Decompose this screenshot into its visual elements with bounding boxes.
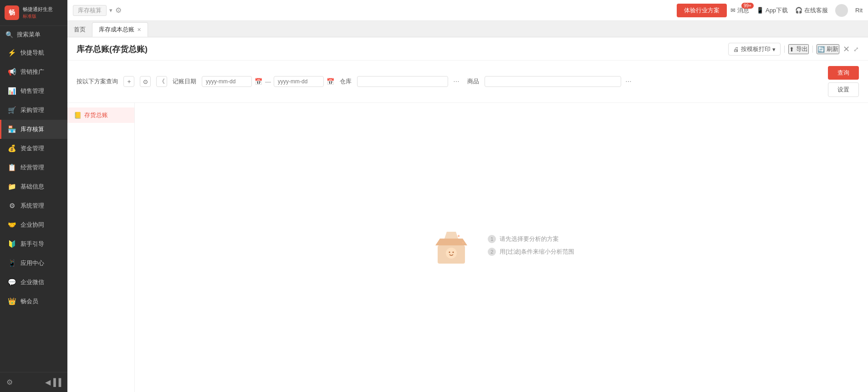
- breadcrumb-dropdown-icon[interactable]: ▾: [109, 7, 112, 14]
- sidebar-item-capital[interactable]: 💰 资金管理: [0, 139, 67, 158]
- query-btn[interactable]: 查询: [828, 66, 859, 80]
- app-logo-icon: 畅: [5, 5, 19, 20]
- tip-text-2: 用[过滤]条件来缩小分析范围: [500, 248, 574, 256]
- page-title: 库存总账(存货总账): [77, 44, 148, 55]
- warehouse-input[interactable]: [357, 76, 448, 87]
- online-service-btn[interactable]: 🎧 在线客服: [795, 6, 828, 15]
- member-icon: 👑: [8, 297, 16, 305]
- sidebar-item-basic-info[interactable]: 📁 基础信息: [0, 177, 67, 196]
- filter-label: 按以下方案查询: [77, 77, 118, 86]
- sidebar-item-label: 快捷导航: [20, 49, 44, 57]
- tab-home[interactable]: 首页: [67, 22, 92, 37]
- warehouse-group: ···: [357, 76, 462, 87]
- sidebar-item-enterprise[interactable]: 🤝 企业协同: [0, 215, 67, 234]
- refresh-label: 刷新: [827, 45, 838, 53]
- sidebar-item-member[interactable]: 👑 畅会员: [0, 292, 67, 311]
- message-icon: ✉: [730, 7, 735, 14]
- panel-close-icon[interactable]: ✕: [843, 44, 850, 54]
- filter-settings-btn[interactable]: ⊙: [140, 76, 151, 87]
- refresh-btn[interactable]: 🔄 刷新: [817, 44, 839, 54]
- tab-inventory-ledger[interactable]: 库存成本总账 ✕: [92, 22, 148, 37]
- scheme-sidebar: 📒 存货总账: [67, 103, 135, 392]
- commodity-more-icon[interactable]: ···: [623, 76, 634, 87]
- tab-close-icon[interactable]: ✕: [137, 27, 141, 33]
- sidebar-item-label: 基础信息: [20, 183, 44, 191]
- sales-icon: 📊: [8, 87, 16, 95]
- settings-btn[interactable]: 设置: [828, 82, 859, 97]
- sidebar-item-sales[interactable]: 📊 销售管理: [0, 81, 67, 101]
- tip-num-1: 1: [488, 235, 496, 243]
- date-end-input[interactable]: [274, 76, 324, 87]
- sidebar-item-label: 畅会员: [20, 297, 38, 305]
- topbar-gear-icon[interactable]: ⚙: [115, 6, 122, 15]
- search-icon: 🔍: [5, 31, 13, 38]
- sidebar-item-label: 资金管理: [20, 144, 44, 153]
- print-label: 按模板打印: [741, 45, 771, 53]
- sidebar-item-label: 企业微信: [20, 278, 44, 286]
- app-name-block: 畅捷通好生意 标准版: [23, 6, 53, 19]
- user-avatar[interactable]: [835, 4, 848, 17]
- enterprise-icon: 🤝: [8, 221, 16, 229]
- filter-bar: 按以下方案查询 ＋ ⊙ 《 记账日期 📅 — 📅 仓库 ··· 商品 ···: [67, 61, 868, 103]
- scheme-item-inventory[interactable]: 📒 存货总账: [67, 107, 134, 123]
- sidebar-item-label: 应用中心: [20, 259, 44, 267]
- tabbar: 首页 库存成本总账 ✕: [67, 21, 868, 37]
- empty-state-area: ✦ ✦ 1 请先选择要分析的方案: [135, 103, 868, 392]
- print-btn[interactable]: 🖨 按模板打印 ▾: [728, 43, 781, 56]
- warehouse-more-icon[interactable]: ···: [451, 76, 462, 87]
- print-dropdown-icon[interactable]: ▾: [772, 46, 776, 53]
- service-icon: 🎧: [795, 7, 802, 14]
- sidebar-item-inventory[interactable]: 🏪 库存核算: [0, 120, 67, 139]
- calendar-start-icon[interactable]: 📅: [255, 78, 262, 85]
- sidebar-item-label: 企业协同: [20, 221, 44, 229]
- messages-btn[interactable]: ✉ 消息 99+: [730, 6, 749, 15]
- topbar: 库存核算 ▾ ⚙ 体验行业方案 ✉ 消息 99+ 📱 App下载 🎧 在线客服 …: [67, 0, 868, 21]
- system-icon: ⚙: [8, 202, 16, 210]
- sidebar-item-purchase[interactable]: 🛒 采购管理: [0, 101, 67, 120]
- sidebar-item-label: 营销推广: [20, 68, 44, 76]
- app-center-icon: 📱: [8, 259, 16, 267]
- warehouse-label: 仓库: [340, 77, 352, 86]
- export-btn[interactable]: ⬆ 导出: [788, 44, 809, 54]
- date-start-input[interactable]: [202, 76, 252, 87]
- filter-collapse-btn[interactable]: 《: [156, 76, 167, 87]
- divider: [784, 46, 785, 53]
- sidebar-item-label: 销售管理: [20, 87, 44, 95]
- marketing-icon: 📢: [8, 68, 16, 76]
- sidebar-item-guide[interactable]: 🔰 新手引导: [0, 234, 67, 254]
- app-download-btn[interactable]: 📱 App下载: [756, 6, 788, 15]
- empty-tips: 1 请先选择要分析的方案 2 用[过滤]条件来缩小分析范围: [488, 235, 574, 260]
- empty-icon: ✦ ✦: [429, 225, 474, 270]
- sidebar-item-system[interactable]: ⚙ 系统管理: [0, 196, 67, 215]
- sidebar-item-operations[interactable]: 📋 经营管理: [0, 158, 67, 177]
- empty-tip-1: 1 请先选择要分析的方案: [488, 235, 574, 243]
- tip-text-1: 请先选择要分析的方案: [500, 235, 559, 243]
- operations-icon: 📋: [8, 163, 16, 172]
- commodity-input[interactable]: [485, 76, 621, 87]
- topbar-right: ✉ 消息 99+ 📱 App下载 🎧 在线客服 Rit: [730, 4, 863, 17]
- page-header-actions: 🖨 按模板打印 ▾ ⬆ 导出 🔄 刷新 ✕ ⤢: [728, 43, 859, 56]
- panel-expand-icon[interactable]: ⤢: [853, 46, 859, 53]
- sidebar-item-app-center[interactable]: 📱 应用中心: [0, 254, 67, 273]
- sidebar-item-wechat[interactable]: 💬 企业微信: [0, 273, 67, 292]
- sidebar-item-label: 库存核算: [20, 125, 44, 133]
- search-menu-label: 搜索菜单: [17, 31, 41, 39]
- sidebar-item-quick-nav[interactable]: ⚡ 快捷导航: [0, 43, 67, 62]
- empty-svg: ✦ ✦: [429, 225, 474, 270]
- date-label: 记账日期: [173, 77, 196, 86]
- calendar-end-icon[interactable]: 📅: [327, 78, 334, 85]
- app-download-label: App下载: [766, 6, 788, 15]
- app-version: 标准版: [23, 13, 53, 20]
- capital-icon: 💰: [8, 144, 16, 153]
- footer-settings-icon[interactable]: ⚙: [6, 378, 13, 387]
- svg-point-6: [449, 251, 450, 253]
- footer-audio-icon[interactable]: ◀▐▐: [45, 378, 61, 387]
- search-menu-item[interactable]: 🔍 搜索菜单: [0, 26, 67, 43]
- sidebar-item-marketing[interactable]: 📢 营销推广: [0, 62, 67, 81]
- sidebar-item-label: 系统管理: [20, 202, 44, 210]
- svg-text:✦: ✦: [461, 241, 465, 245]
- filter-add-btn[interactable]: ＋: [123, 76, 134, 87]
- export-icon: ⬆: [789, 46, 794, 53]
- messages-badge: 99+: [741, 3, 754, 9]
- trial-btn[interactable]: 体验行业方案: [677, 4, 727, 17]
